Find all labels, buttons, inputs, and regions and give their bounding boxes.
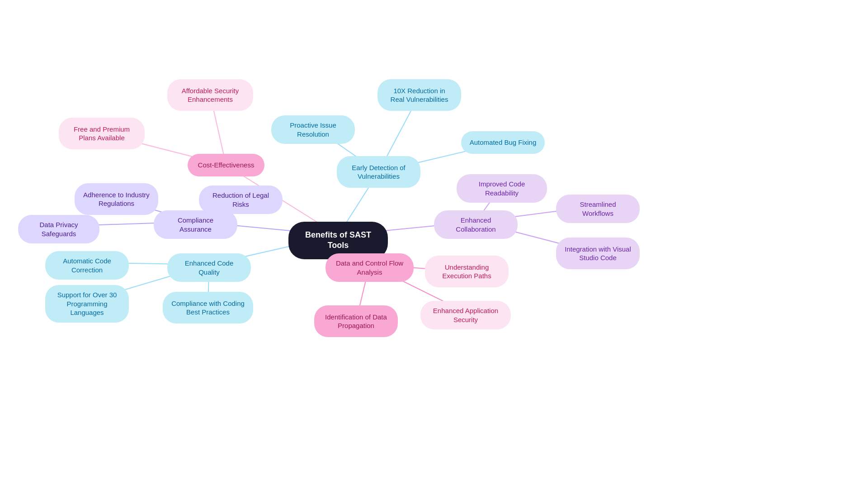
- data-flow-node: Data and Control Flow Analysis: [326, 253, 414, 282]
- enhanced-code-node: Enhanced Code Quality: [167, 253, 251, 282]
- support-30-node: Support for Over 30 Programming Language…: [45, 285, 129, 323]
- enhanced-collab-node: Enhanced Collaboration: [434, 210, 518, 239]
- mind-map: Benefits of SAST ToolsCost-Effectiveness…: [0, 0, 868, 490]
- data-privacy-node: Data Privacy Safeguards: [18, 215, 99, 243]
- automated-bug-node: Automated Bug Fixing: [461, 131, 545, 154]
- integration-vsc-node: Integration with Visual Studio Code: [556, 238, 640, 269]
- improved-code-node: Improved Code Readability: [457, 174, 547, 203]
- adherence-node: Adherence to Industry Regulations: [75, 183, 158, 215]
- proactive-node: Proactive Issue Resolution: [271, 115, 355, 144]
- reduction-legal-node: Reduction of Legal Risks: [199, 186, 283, 214]
- identification-data-node: Identification of Data Propagation: [314, 305, 398, 337]
- affordable-node: Affordable Security Enhancements: [167, 79, 253, 111]
- understanding-exec-node: Understanding Execution Paths: [425, 256, 509, 287]
- free-premium-node: Free and Premium Plans Available: [59, 118, 145, 149]
- streamlined-node: Streamlined Workflows: [556, 195, 640, 223]
- compliance-assurance-node: Compliance Assurance: [154, 210, 237, 239]
- early-detection-node: Early Detection of Vulnerabilities: [337, 156, 420, 188]
- compliance-coding-node: Compliance with Coding Best Practices: [163, 292, 253, 323]
- cost-effectiveness-node: Cost-Effectiveness: [188, 154, 264, 176]
- auto-correction-node: Automatic Code Correction: [45, 251, 129, 280]
- 10x-reduction-node: 10X Reduction in Real Vulnerabilities: [377, 79, 461, 111]
- enhanced-app-sec-node: Enhanced Application Security: [420, 301, 511, 329]
- connections-svg: [0, 0, 868, 490]
